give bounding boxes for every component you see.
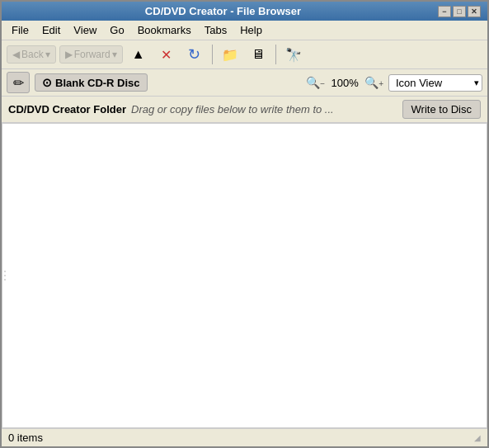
- forward-button[interactable]: ▶ Forward ▾: [59, 45, 123, 64]
- disc-label: ⊙ Blank CD-R Disc: [35, 73, 148, 92]
- write-icon: ✏: [13, 75, 24, 91]
- dot-3: [4, 279, 6, 281]
- search-button[interactable]: 🔭: [281, 43, 306, 66]
- dot-1: [4, 271, 6, 272]
- info-bar: CD/DVD Creator Folder Drag or copy files…: [2, 97, 487, 123]
- up-button[interactable]: ▲: [126, 43, 151, 66]
- forward-arrow-icon: ▶: [65, 49, 73, 60]
- nav-toolbar: ◀ Back ▾ ▶ Forward ▾ ▲ ✕ ↻ 📁 🖥 🔭: [2, 40, 487, 69]
- drag-hint: Drag or copy files below to write them t…: [131, 103, 334, 116]
- menu-help[interactable]: Help: [233, 22, 269, 38]
- menu-edit[interactable]: Edit: [35, 22, 67, 38]
- toolbar-separator-1: [212, 45, 213, 64]
- menu-bar: File Edit View Go Bookmarks Tabs Help: [2, 21, 487, 40]
- status-bar: 0 items ◢: [2, 428, 487, 446]
- minimize-button[interactable]: −: [438, 6, 451, 17]
- scroll-indicator: [2, 124, 7, 427]
- refresh-icon: ↻: [188, 45, 200, 64]
- forward-chevron-icon: ▾: [112, 49, 117, 60]
- window-controls: − □ ✕: [438, 6, 481, 17]
- resize-handle[interactable]: ◢: [474, 433, 481, 442]
- dot-2: [4, 275, 6, 276]
- back-label: Back: [21, 49, 44, 60]
- back-arrow-icon: ◀: [12, 49, 20, 60]
- view-select-wrapper: Icon View List View Compact View: [388, 74, 482, 92]
- write-location-button[interactable]: ✏: [7, 72, 30, 93]
- search-icon: 🔭: [285, 47, 302, 63]
- maximize-button[interactable]: □: [453, 6, 466, 17]
- close-button[interactable]: ✕: [468, 6, 481, 17]
- view-mode-select[interactable]: Icon View List View Compact View: [388, 74, 482, 92]
- disc-name: Blank CD-R Disc: [55, 77, 140, 89]
- menu-bookmarks[interactable]: Bookmarks: [131, 22, 198, 38]
- toolbar-separator-2: [275, 45, 276, 64]
- menu-view[interactable]: View: [67, 22, 103, 38]
- file-browser-area[interactable]: [2, 123, 487, 428]
- item-count: 0 items: [8, 431, 43, 444]
- zoom-out-icon: 🔍: [306, 76, 320, 89]
- computer-icon: 🖥: [252, 47, 265, 62]
- home-button[interactable]: 📁: [218, 43, 242, 66]
- menu-tabs[interactable]: Tabs: [198, 22, 233, 38]
- menu-file[interactable]: File: [5, 22, 35, 38]
- zoom-level: 100%: [330, 77, 360, 89]
- zoom-out-button[interactable]: 🔍−: [304, 74, 327, 91]
- stop-icon: ✕: [161, 47, 172, 63]
- zoom-in-icon: 🔍: [364, 76, 379, 89]
- forward-label: Forward: [74, 49, 110, 60]
- back-chevron-icon: ▾: [45, 49, 50, 60]
- computer-button[interactable]: 🖥: [246, 43, 270, 66]
- window-title: CD/DVD Creator - File Browser: [8, 5, 438, 17]
- up-icon: ▲: [132, 47, 145, 62]
- zoom-area: 🔍− 100% 🔍+ Icon View List View Compact V…: [304, 74, 482, 92]
- title-bar: CD/DVD Creator - File Browser − □ ✕: [2, 2, 487, 21]
- home-icon: 📁: [222, 47, 238, 63]
- disc-icon: ⊙: [42, 76, 52, 89]
- folder-name: CD/DVD Creator Folder: [8, 103, 126, 116]
- stop-button[interactable]: ✕: [154, 43, 179, 66]
- refresh-button[interactable]: ↻: [182, 43, 207, 66]
- back-button[interactable]: ◀ Back ▾: [7, 45, 56, 64]
- write-to-disc-button[interactable]: Write to Disc: [402, 100, 481, 119]
- menu-go[interactable]: Go: [103, 22, 130, 38]
- address-bar: ✏ ⊙ Blank CD-R Disc 🔍− 100% 🔍+ Icon View…: [2, 69, 487, 97]
- zoom-in-button[interactable]: 🔍+: [363, 74, 385, 91]
- app-window: CD/DVD Creator - File Browser − □ ✕ File…: [0, 0, 489, 448]
